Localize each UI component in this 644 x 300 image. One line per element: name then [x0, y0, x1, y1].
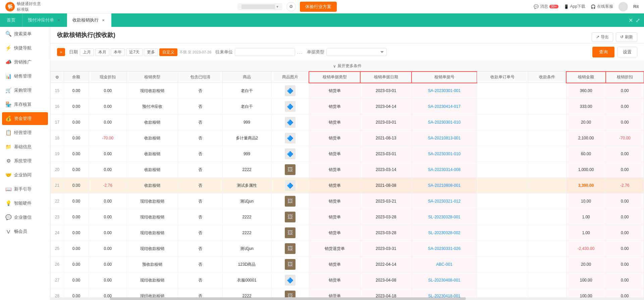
cell-voucher-no[interactable]: SA-20230314-008 [412, 162, 477, 178]
cell-voucher-no[interactable]: SL-20230408-001 [412, 272, 477, 288]
cell-type: 现结收款核销 [127, 225, 178, 241]
sales-icon: 📊 [5, 73, 11, 79]
voucher-no-link[interactable]: SA-20230331-026 [428, 246, 461, 251]
voucher-no-link[interactable]: ABC-001 [436, 262, 452, 267]
sidebar-item-label: 经营管理 [14, 130, 32, 136]
cell-voucher-no[interactable]: ABC-001 [412, 257, 477, 272]
sidebar-item-sales[interactable]: 📊 销售管理 [0, 69, 50, 83]
horizontal-scrollbar[interactable] [50, 297, 644, 300]
cell-voucher-no[interactable]: SA-20210808-001 [412, 178, 477, 194]
col-amount: 核销金额 [566, 72, 606, 83]
cell-condition [528, 162, 566, 178]
sidebar-item-label: 智能硬件 [14, 200, 32, 206]
col-settings[interactable]: ⚙ [51, 72, 64, 83]
last-7-days-btn[interactable]: 近7天 [126, 48, 143, 56]
export-icon: ↗ [596, 35, 599, 39]
cell-voucher-no[interactable]: SL-20230328-001 [412, 209, 477, 225]
more-date-btn[interactable]: 更多 [144, 48, 158, 56]
sidebar-item-management[interactable]: 📋 经营管理 [0, 126, 50, 140]
tab-collection[interactable]: 收款核销执行 ✕ [67, 13, 111, 27]
cell-product-img: 🔷 [271, 272, 309, 288]
cell-voucher-no[interactable]: SA-20230321-012 [412, 194, 477, 209]
cell-cash-discount: 0.00 [89, 257, 126, 272]
message-button[interactable]: 💬 消息 99+ [534, 4, 558, 9]
sidebar-item-hardware[interactable]: 💡 智能硬件 [0, 196, 50, 210]
cell-voucher-no[interactable]: SA-20230301-001 [412, 83, 477, 99]
cell-amount: 1,000.00 [566, 162, 606, 178]
maximize-icon[interactable]: ⤢ [636, 17, 640, 24]
cell-voucher-date: 2023-04-14 [360, 99, 412, 115]
cell-voucher-no[interactable]: SA-20230414-017 [412, 99, 477, 115]
cell-id: 26 [51, 257, 64, 272]
online-service-button[interactable]: 🎧 在线客服 [591, 4, 613, 9]
cell-voucher-date: 2023-03-01 [360, 83, 412, 99]
voucher-no-link[interactable]: SL-20230328-002 [428, 230, 460, 235]
voucher-no-link[interactable]: SA-20230301-010 [428, 152, 461, 156]
voucher-no-link[interactable]: SA-20230321-012 [428, 199, 461, 204]
voucher-no-link[interactable]: SA-20230314-008 [428, 167, 461, 172]
source-input[interactable] [235, 48, 295, 56]
this-month-btn[interactable]: 本月 [95, 48, 109, 56]
voucher-type-select[interactable] [326, 48, 387, 56]
tab-prepay[interactable]: 预付冲应付单 ✕ [22, 13, 67, 27]
custom-date-btn[interactable]: 自定义 [159, 48, 177, 56]
cell-voucher-no[interactable]: SL-20230328-002 [412, 225, 477, 241]
sidebar-item-purchase[interactable]: 🛒 采购管理 [0, 83, 50, 97]
refresh-button[interactable]: ↺ 刷新 [616, 32, 637, 42]
voucher-no-link[interactable]: SL-20230408-001 [428, 278, 460, 283]
sidebar-item-finance[interactable]: 💰 资金管理 [2, 112, 48, 125]
expand-more-bar[interactable]: ∨ 展开更多条件 [50, 61, 644, 71]
sidebar-item-system[interactable]: ⚙ 系统管理 [0, 154, 50, 168]
sidebar-item-basic-info[interactable]: 📁 基础信息 [0, 140, 50, 154]
table-row: 21 0.00 -2.76 收款核销 否 测试多属性 🔷 销货单 2021-08… [51, 178, 644, 194]
export-button[interactable]: ↗ 导出 [592, 32, 613, 42]
cell-voucher-no[interactable]: SA-20230331-026 [412, 241, 477, 257]
voucher-no-link[interactable]: SA-20230301-001 [428, 88, 461, 93]
this-year-btn[interactable]: 本年 [111, 48, 125, 56]
sidebar-item-marketing[interactable]: 📣 营销推广 [0, 55, 50, 69]
voucher-no-link[interactable]: SA-20210813-001 [428, 136, 461, 140]
cell-settled: 否 [178, 209, 223, 225]
app-download-button[interactable]: 📱 App下载 [564, 4, 585, 9]
voucher-no-link[interactable]: SA-20210808-001 [428, 183, 461, 188]
tab-home[interactable]: 首页 [0, 13, 22, 27]
app-icon: 📱 [564, 4, 569, 9]
close-window-icon[interactable]: ✕ [629, 17, 633, 24]
sidebar-item-search[interactable]: 🔍 搜索菜单 [0, 27, 50, 41]
table-row: 18 0.00 -70.00 收款核销 否 多计量商品2 🔷 销货单 2021-… [51, 130, 644, 146]
voucher-no-link[interactable]: SA-20230414-017 [428, 104, 461, 109]
tab-prepay-close[interactable]: ✕ [56, 17, 61, 23]
sidebar-item-guide[interactable]: 📖 新手引导 [0, 182, 50, 196]
last-month-btn[interactable]: 上月 [80, 48, 94, 56]
voucher-no-link[interactable]: SA-20230301-010 [428, 120, 461, 125]
cell-order-no [477, 209, 528, 225]
filter-expand-button[interactable]: » [57, 48, 65, 56]
tab-prepay-label: 预付冲应付单 [28, 17, 54, 23]
user-avatar[interactable] [619, 2, 628, 11]
sidebar-item-quick-nav[interactable]: ⚡ 快捷导航 [0, 41, 50, 55]
sidebar-item-inventory[interactable]: 🏪 库存核算 [0, 97, 50, 112]
cell-voucher-no[interactable]: SA-20210813-001 [412, 130, 477, 146]
setting-button[interactable]: 设置 [617, 47, 637, 57]
marketing-icon: 📣 [5, 59, 11, 65]
voucher-no-link[interactable]: SL-20230328-001 [428, 215, 460, 219]
gear-button[interactable]: ⚙ [286, 2, 296, 11]
cell-settled: 否 [178, 257, 223, 272]
cell-voucher-no[interactable]: SA-20230301-010 [412, 115, 477, 130]
cell-discount: 0.00 [606, 257, 644, 272]
company-selector[interactable]: ▾ [237, 3, 282, 10]
app-logo: 畅 畅捷通好生意 标准版 [5, 1, 41, 12]
sidebar-item-member[interactable]: V 畅会员 [0, 224, 50, 239]
cell-discount: 0.00 [606, 146, 644, 162]
cell-voucher-no[interactable]: SA-20230301-010 [412, 146, 477, 162]
tab-collection-close[interactable]: ✕ [101, 17, 106, 23]
sidebar-item-collab[interactable]: 🤝 企业协同 [0, 168, 50, 182]
wechat-icon: 💬 [5, 214, 11, 220]
industry-button[interactable]: 休验行业方案 [300, 2, 337, 12]
query-button[interactable]: 查询 [592, 47, 614, 57]
sidebar-item-wechat[interactable]: 💬 企业微信 [0, 210, 50, 224]
cell-voucher-date: 2023-03-31 [360, 241, 412, 257]
cell-product-img: 🖼 [271, 257, 309, 272]
header-actions: ↗ 导出 ↺ 刷新 [592, 32, 637, 42]
top-bar: 畅 畅捷通好生意 标准版 ▾ ⚙ 休验行业方案 💬 消息 99+ 📱 App下载… [0, 0, 644, 13]
